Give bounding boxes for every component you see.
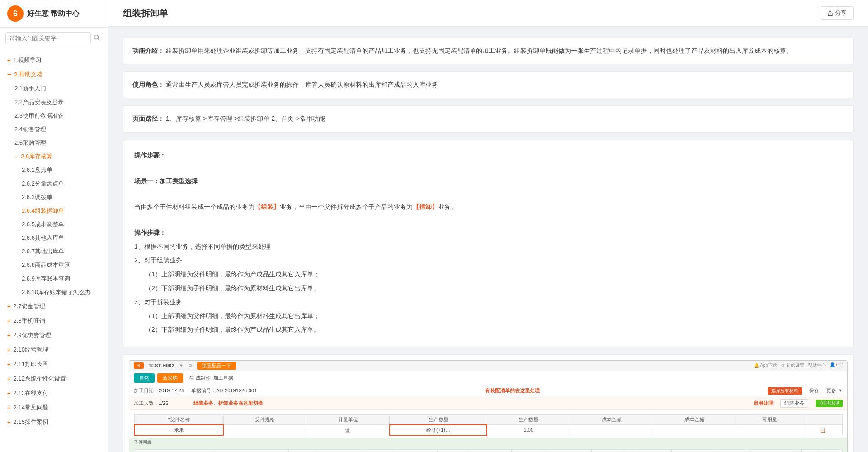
plus-icon-faq: + <box>7 404 11 411</box>
sidebar-item-cost[interactable]: 2.6.5成本调整单 <box>0 218 108 231</box>
plus-icon-finance: + <box>7 303 11 310</box>
sidebar-item-costrecalc[interactable]: 2.6.8商品成本重算 <box>0 258 108 272</box>
mock-orange-btn[interactable]: 预置配置一下 <box>197 362 236 370</box>
mock-generate-btn[interactable]: 生 成组件 <box>189 375 211 381</box>
mock-upper-table: *父件名称 父件规格 计量单位 生产数量 生产数量 成本金额 成本金额 可用量 <box>134 414 843 436</box>
mock-annotation3: 组装业务、拆卸业务在这里切换 <box>193 400 263 407</box>
scenario1-label: 场景一：加工类型选择 <box>134 177 198 185</box>
step2-2-text: （2）下部明细为子件明细，最终作为原材料生成其它出库单。 <box>134 282 842 295</box>
page-title: 组装拆卸单 <box>123 7 168 19</box>
logo-icon: 6 <box>7 5 24 22</box>
content-area: 功能介绍： 组装拆卸单用来处理企业组装或拆卸等加工业务，支持有固定装配清单的产品… <box>108 27 868 452</box>
plus-icon-print: + <box>7 361 11 368</box>
mock-confirm-btn[interactable]: 立即处理 <box>816 400 843 407</box>
mock-upper-row: 米果 盒 经济(+1)… 1.00 📋 <box>134 425 843 435</box>
sidebar-item-faq[interactable]: + 2.14常见问题 <box>0 400 108 415</box>
plus-icon-mobile: + <box>7 318 11 324</box>
bracket-assembly: 【组装】 <box>255 203 280 210</box>
minus-icon: − <box>7 71 11 78</box>
sidebar-item-cases[interactable]: + 2.15操作案例 <box>0 415 108 429</box>
sidebar-item-outbound[interactable]: 2.6.7其他出库单 <box>0 245 108 258</box>
mock-tab-natural[interactable]: 自然 <box>134 373 155 383</box>
mock-date: 2019-12-26 <box>159 388 184 393</box>
step3-text: 3、对于拆装业务 <box>134 296 842 308</box>
mock-save[interactable]: 保存 <box>809 387 819 394</box>
step3-1-text: （1）上部明细为父件明细，最终作为原材料生成其它出库单； <box>134 310 842 322</box>
mock-title: TEST-H002 <box>148 363 174 368</box>
sidebar-header: 6 好生意 帮助中心 <box>0 0 108 28</box>
sidebar-item-docs[interactable]: − 2.帮助文档 <box>0 67 108 82</box>
sidebar-item-inventory[interactable]: − 2.6库存核算 <box>0 150 108 163</box>
scenario1-desc: 当由多个子件材料组装成一个成品的业务为【组装】业务，当由一个父件拆分成多个子产品… <box>134 201 842 213</box>
path-label: 页面路径： <box>132 115 164 122</box>
sidebar-item-newbie[interactable]: 2.1新手入门 <box>0 82 108 95</box>
mock-logo: 6 <box>134 362 144 369</box>
feature-intro-label: 功能介绍： <box>132 47 164 54</box>
sidebar-item-ledger[interactable]: 2.6.9库存账本查询 <box>0 272 108 285</box>
path-text: 1、库存核算->库存管理->组装拆卸单 2、首页->常用功能 <box>166 115 325 122</box>
sidebar-item-inbound[interactable]: 2.6.6其他入库单 <box>0 231 108 245</box>
minus-icon-inventory: − <box>14 153 18 160</box>
mock-tab-purchase[interactable]: 新采购 <box>157 373 183 383</box>
bracket-disassembly: 【拆卸】 <box>413 203 438 210</box>
svg-line-1 <box>98 39 100 41</box>
sidebar-item-partial[interactable]: 2.6.2分量盘点单 <box>0 177 108 190</box>
step2-text: 2、对于组装业务 <box>134 254 842 266</box>
mock-order: AD-20191226-001 <box>216 388 257 393</box>
mock-lower-table-label: 子件明细 <box>134 438 843 447</box>
sidebar-item-adjust[interactable]: 2.6.3调拨单 <box>0 190 108 204</box>
role-label: 使用角色： <box>132 81 164 88</box>
sidebar-item-onlinepay[interactable]: + 2.13在线支付 <box>0 386 108 400</box>
search-button[interactable] <box>91 33 103 44</box>
mock-ui: 6 TEST-H002 ▼ ⚙ 预置配置一下 🔔 App下载 ⚙ 初始设置 帮助… <box>129 360 848 452</box>
step1-text: 1、根据不同的业务，选择不同单据的类型来处理 <box>134 241 842 253</box>
search-input[interactable] <box>5 32 91 44</box>
mock-select-materials[interactable]: 选择所有材料 <box>768 387 802 395</box>
plus-icon-sysconfig: + <box>7 376 11 382</box>
sidebar-item-mobile[interactable]: + 2.8手机旺铺 <box>0 314 108 328</box>
sidebar-item-assembly[interactable]: 2.6.4组装拆卸单 <box>0 204 108 218</box>
sidebar-item-ops[interactable]: + 2.10经营管理 <box>0 343 108 357</box>
mock-annotation1: 有装配清单的在这里处理 <box>264 387 760 394</box>
main-header: 组装拆卸单 分享 <box>108 0 868 27</box>
plus-icon-ops: + <box>7 347 11 353</box>
sidebar-item-purchase[interactable]: 2.5采购管理 <box>0 136 108 150</box>
steps-block: 操作步骤： 场景一：加工类型选择 当由多个子件材料组装成一个成品的业务为【组装】… <box>123 140 854 347</box>
screenshot-container: 6 TEST-H002 ▼ ⚙ 预置配置一下 🔔 App下载 ⚙ 初始设置 帮助… <box>123 354 854 452</box>
sidebar-item-print[interactable]: + 2.11打印设置 <box>0 357 108 371</box>
app-title: 好生意 帮助中心 <box>27 9 80 19</box>
search-box <box>0 28 108 49</box>
plus-icon-onlinepay: + <box>7 390 11 397</box>
sidebar-item-coupon[interactable]: + 2.9优惠券管理 <box>0 328 108 343</box>
mock-annotation4: 启用处理 <box>753 400 773 407</box>
sidebar-item-stocktake[interactable]: 2.6.1盘点单 <box>0 163 108 177</box>
mock-lower-table: *子件名称 规格属性 库存单位 计量单位 实际数量 *实际数量 *实际金额 账账… <box>134 449 843 452</box>
plus-icon-coupon: + <box>7 332 11 339</box>
sidebar: 6 好生意 帮助中心 + 1.视频学习 − 2.帮助文档 2.1新手入门 2.2… <box>0 0 108 452</box>
mock-more[interactable]: 更多 ▼ <box>826 387 843 394</box>
main-content: 组装拆卸单 分享 功能介绍： 组装拆卸单用来处理企业组装或拆卸等加工业务，支持有… <box>108 0 868 452</box>
feature-intro-block: 功能介绍： 组装拆卸单用来处理企业组装或拆卸等加工业务，支持有固定装配清单的产品… <box>123 38 854 64</box>
plus-icon-cases: + <box>7 419 11 426</box>
sidebar-item-sales[interactable]: 2.4销售管理 <box>0 123 108 136</box>
sidebar-item-video[interactable]: + 1.视频学习 <box>0 53 108 67</box>
path-block: 页面路径： 1、库存核算->库存管理->组装拆卸单 2、首页->常用功能 <box>123 105 854 132</box>
sidebar-item-install[interactable]: 2.2产品安装及登录 <box>0 95 108 109</box>
plus-icon: + <box>7 57 11 64</box>
sidebar-item-finance[interactable]: + 2.7资金管理 <box>0 299 108 314</box>
step2-1-text: （1）上部明细为父件明细，最终作为产成品生成其它入库单； <box>134 268 842 281</box>
mock-type-select[interactable]: 组装业务 <box>780 399 808 408</box>
step3-2-text: （2）下部明细为子件明细，最终作为产成品生成其它入库单。 <box>134 324 842 336</box>
share-button[interactable]: 分享 <box>821 6 854 20</box>
sidebar-item-data[interactable]: 2.3使用前数据准备 <box>0 109 108 123</box>
mock-order-btn[interactable]: 加工单据 <box>213 375 233 381</box>
ops-steps-label: 操作步骤： <box>134 229 166 236</box>
role-text: 通常由生产人员或库管人员完成拆装业务的操作，库管人员确认原材料的出库和产成品的入… <box>166 81 438 88</box>
feature-intro-text: 组装拆卸单用来处理企业组装或拆卸等加工业务，支持有固定装配清单的产品加工业务，也… <box>166 47 793 54</box>
ops-label: 操作步骤： <box>134 152 166 159</box>
nav-list: + 1.视频学习 − 2.帮助文档 2.1新手入门 2.2产品安装及登录 2.3… <box>0 49 108 452</box>
role-block: 使用角色： 通常由生产人员或库管人员完成拆装业务的操作，库管人员确认原材料的出库… <box>123 71 854 98</box>
sidebar-item-wrongacc[interactable]: 2.6.10库存账本错了怎么办 <box>0 285 108 299</box>
sidebar-item-sysconfig[interactable]: + 2.12系统个性化设置 <box>0 371 108 386</box>
